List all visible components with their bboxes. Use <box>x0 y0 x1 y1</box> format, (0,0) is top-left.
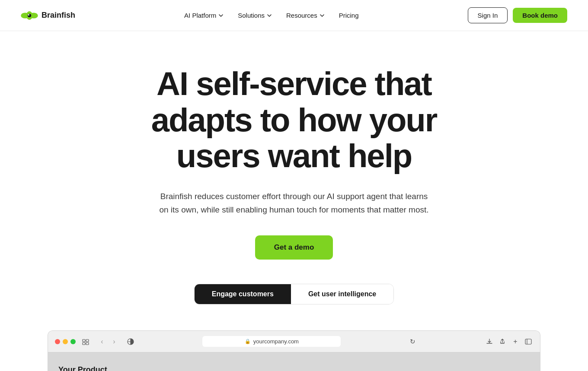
svg-rect-6 <box>86 339 89 342</box>
nav-link-resources[interactable]: Resources <box>280 8 331 22</box>
chevron-down-icon <box>218 13 224 19</box>
nav-link-solutions[interactable]: Solutions <box>232 8 278 22</box>
browser-toolbar: ‹ › 🔒 yourcompany.com ↻ <box>48 331 540 352</box>
svg-point-3 <box>28 13 31 17</box>
nav-link-ai-platform[interactable]: AI Platform <box>178 8 230 22</box>
svg-rect-10 <box>525 339 531 344</box>
browser-right-icons: + <box>485 337 533 346</box>
signin-button[interactable]: Sign In <box>468 7 508 23</box>
browser-dot-red[interactable] <box>55 339 60 344</box>
hero-section: AI self-service that adapts to how your … <box>0 31 588 330</box>
hero-subtitle: Brainfish reduces customer effort throug… <box>156 190 432 217</box>
get-demo-button[interactable]: Get a demo <box>255 235 333 260</box>
svg-point-4 <box>28 14 29 15</box>
browser-nav-controls: ‹ › <box>97 337 119 346</box>
browser-url-bar[interactable]: 🔒 yourcompany.com <box>202 336 341 347</box>
tabs-container: Engage customers Get user intelligence <box>194 284 394 304</box>
browser-back-icon[interactable]: ‹ <box>97 337 107 346</box>
chevron-down-icon <box>266 13 272 19</box>
svg-rect-7 <box>83 342 85 345</box>
browser-section: ‹ › 🔒 yourcompany.com ↻ <box>0 330 588 371</box>
browser-traffic-lights <box>55 339 76 344</box>
svg-rect-5 <box>83 339 85 342</box>
navbar: Brainfish AI Platform Solutions Resource… <box>0 0 588 31</box>
browser-forward-icon[interactable]: › <box>109 337 119 346</box>
tab-get-user-intelligence[interactable]: Get user intelligence <box>291 284 393 304</box>
logo-link[interactable]: Brainfish <box>21 10 75 22</box>
nav-links: AI Platform Solutions Resources Pricing <box>178 8 364 22</box>
book-demo-button[interactable]: Book demo <box>513 8 567 23</box>
browser-url-text: yourcompany.com <box>253 338 299 345</box>
svg-rect-8 <box>86 342 89 345</box>
browser-refresh-icon[interactable]: ↻ <box>408 337 418 346</box>
brainfish-logo-icon <box>21 10 38 22</box>
browser-product-label: Your Product <box>58 365 107 371</box>
browser-download-icon[interactable] <box>485 337 494 346</box>
browser-sidebar-icon[interactable] <box>524 337 533 346</box>
browser-tabs-icon <box>81 337 90 346</box>
logo-text: Brainfish <box>42 11 75 20</box>
browser-share-icon[interactable] <box>498 337 507 346</box>
nav-link-pricing[interactable]: Pricing <box>333 8 365 22</box>
browser-brightness-icon <box>126 337 135 346</box>
browser-window: ‹ › 🔒 yourcompany.com ↻ <box>48 330 540 371</box>
lock-icon: 🔒 <box>245 339 251 344</box>
browser-dot-green[interactable] <box>70 339 76 344</box>
browser-content-area: Your Product <box>48 352 540 371</box>
nav-actions: Sign In Book demo <box>468 7 567 23</box>
hero-title: AI self-service that adapts to how your … <box>108 66 480 174</box>
browser-dot-yellow[interactable] <box>63 339 68 344</box>
tab-engage-customers[interactable]: Engage customers <box>195 284 291 304</box>
browser-add-tab-icon[interactable]: + <box>511 337 520 346</box>
tabs-section: Engage customers Get user intelligence <box>21 284 567 304</box>
chevron-down-icon <box>319 13 325 19</box>
